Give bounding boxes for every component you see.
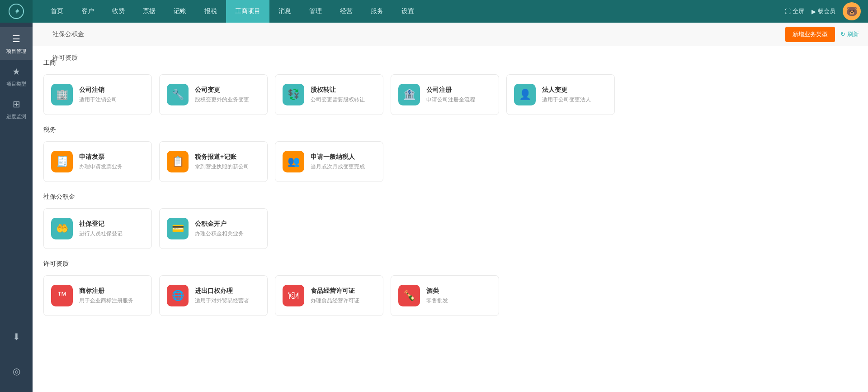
card-title: 社保登记 <box>79 220 123 228</box>
card-desc: 股权变更外的业务变更 <box>195 96 249 104</box>
sidebar-label: 项目管理 <box>6 48 26 55</box>
card-title: 食品经营许可证 <box>311 287 359 295</box>
nav-item-消息[interactable]: 消息 <box>269 0 300 23</box>
nav-item-报税[interactable]: 报税 <box>195 0 226 23</box>
cards-grid-gongshang: 🏢 公司注销 适用于注销公司 🔧 公司变更 股权变更外的业务变更 💱 股权转让 … <box>43 74 857 115</box>
card-法人变更[interactable]: 👤 法人变更 适用于公司变更法人 <box>506 74 615 115</box>
nav-item-记账[interactable]: 记账 <box>165 0 195 23</box>
card-进出口权办理[interactable]: 🌐 进出口权办理 适用于对外贸易经营者 <box>159 275 268 316</box>
sidebar-item-项目类型[interactable]: ★ 项目类型 <box>0 60 33 92</box>
card-社保登记[interactable]: 🤲 社保登记 进行人员社保登记 <box>43 208 152 249</box>
card-text: 商标注册 用于企业商标注册服务 <box>79 287 133 305</box>
fullscreen-button[interactable]: ⛶ 全屏 <box>785 7 804 15</box>
sidebar: ☰ 项目管理 ★ 项目类型 ⊞ 进度监测 ⬇ ◎ <box>0 23 33 392</box>
card-title: 进出口权办理 <box>195 287 249 295</box>
card-title: 税务报道+记账 <box>195 153 249 161</box>
sidebar-label: 项目类型 <box>6 81 26 87</box>
card-text: 公司注销 适用于注销公司 <box>79 86 117 104</box>
card-公积金开户[interactable]: 💳 公积金开户 办理公积金相关业务 <box>159 208 268 249</box>
section-title-xuke: 许可资质 <box>43 260 857 268</box>
nav-item-票据[interactable]: 票据 <box>134 0 165 23</box>
vip-button[interactable]: ▶ 畅会员 <box>811 7 835 15</box>
card-desc: 适用于公司变更法人 <box>542 96 591 104</box>
card-icon: 🧾 <box>51 151 73 172</box>
card-text: 酒类 零售批发 <box>426 287 448 305</box>
sidebar-item-进度监测[interactable]: ⊞ 进度监测 <box>0 92 33 125</box>
card-desc: 办理食品经营许可证 <box>311 297 359 305</box>
card-title: 酒类 <box>426 287 448 295</box>
card-text: 公司注册 申请公司注册全流程 <box>426 86 475 104</box>
nav-item-管理[interactable]: 管理 <box>300 0 331 23</box>
section-xuke: 许可资质 ™ 商标注册 用于企业商标注册服务 🌐 进出口权办理 适用于对外贸易经… <box>43 260 857 316</box>
card-icon: 👥 <box>283 151 304 172</box>
card-desc: 进行人员社保登记 <box>79 230 123 238</box>
card-icon: 📋 <box>167 151 189 172</box>
card-text: 股权转让 公司变更需要股权转让 <box>311 86 365 104</box>
nav-item-设置[interactable]: 设置 <box>392 0 423 23</box>
sidebar-icon: ⊞ <box>10 98 23 110</box>
card-股权转让[interactable]: 💱 股权转让 公司变更需要股权转让 <box>275 74 383 115</box>
cards-grid-shebao: 🤲 社保登记 进行人员社保登记 💳 公积金开户 办理公积金相关业务 <box>43 208 857 249</box>
card-title: 申请发票 <box>79 153 123 161</box>
scroll-content[interactable]: 工商 🏢 公司注销 适用于注销公司 🔧 公司变更 股权变更外的业务变更 💱 股权… <box>33 46 868 392</box>
new-type-button[interactable]: 新增业务类型 <box>785 27 835 42</box>
fullscreen-label: 全屏 <box>793 7 804 15</box>
vip-icon: ▶ <box>811 8 816 15</box>
card-text: 社保登记 进行人员社保登记 <box>79 220 123 238</box>
card-icon: ™ <box>51 285 73 306</box>
cards-grid-shuiwu: 🧾 申请发票 办理申请发票业务 📋 税务报道+记账 拿到营业执照的新公司 👥 申… <box>43 141 857 182</box>
card-title: 股权转让 <box>311 86 365 94</box>
sidebar-label: 进度监测 <box>6 113 26 120</box>
card-税务报道+记账[interactable]: 📋 税务报道+记账 拿到营业执照的新公司 <box>159 141 268 182</box>
card-text: 法人变更 适用于公司变更法人 <box>542 86 591 104</box>
card-text: 申请发票 办理申请发票业务 <box>79 153 123 171</box>
nav-item-工商项目[interactable]: 工商项目 <box>226 0 269 23</box>
card-title: 公司注册 <box>426 86 475 94</box>
card-title: 公司注销 <box>79 86 117 94</box>
top-navigation: ✦ 首页客户收费票据记账报税工商项目消息管理经营服务设置 ⛶ 全屏 ▶ 畅会员 … <box>0 0 868 23</box>
section-shebao: 社保公积金 🤲 社保登记 进行人员社保登记 💳 公积金开户 办理公积金相关业务 <box>43 193 857 249</box>
card-title: 商标注册 <box>79 287 133 295</box>
settings-icon: ◎ <box>10 365 23 378</box>
refresh-label: 刷新 <box>847 30 859 38</box>
nav-item-客户[interactable]: 客户 <box>72 0 103 23</box>
sidebar-item-download[interactable]: ⬇ <box>0 320 33 353</box>
nav-item-收费[interactable]: 收费 <box>103 0 134 23</box>
card-商标注册[interactable]: ™ 商标注册 用于企业商标注册服务 <box>43 275 152 316</box>
vip-label: 畅会员 <box>818 7 835 15</box>
sidebar-item-项目管理[interactable]: ☰ 项目管理 <box>0 27 33 60</box>
card-desc: 当月或次月成变更完成 <box>311 163 365 171</box>
nav-item-首页[interactable]: 首页 <box>42 0 72 23</box>
card-申请一般纳税人[interactable]: 👥 申请一般纳税人 当月或次月成变更完成 <box>275 141 383 182</box>
top-nav-menu: 首页客户收费票据记账报税工商项目消息管理经营服务设置 <box>33 0 785 23</box>
nav-item-经营[interactable]: 经营 <box>331 0 362 23</box>
section-title-gongshang: 工商 <box>43 59 857 67</box>
card-desc: 适用于对外贸易经营者 <box>195 297 249 305</box>
card-申请发票[interactable]: 🧾 申请发票 办理申请发票业务 <box>43 141 152 182</box>
card-食品经营许可证[interactable]: 🍽 食品经营许可证 办理食品经营许可证 <box>275 275 383 316</box>
card-text: 公司变更 股权变更外的业务变更 <box>195 86 249 104</box>
cards-grid-xuke: ™ 商标注册 用于企业商标注册服务 🌐 进出口权办理 适用于对外贸易经营者 🍽 … <box>43 275 857 316</box>
card-text: 申请一般纳税人 当月或次月成变更完成 <box>311 153 365 171</box>
sidebar-item-settings[interactable]: ◎ <box>0 355 33 387</box>
card-desc: 零售批发 <box>426 297 448 305</box>
nav-item-服务[interactable]: 服务 <box>362 0 392 23</box>
card-desc: 办理申请发票业务 <box>79 163 123 171</box>
section-shuiwu: 税务 🧾 申请发票 办理申请发票业务 📋 税务报道+记账 拿到营业执照的新公司 … <box>43 126 857 182</box>
card-公司注销[interactable]: 🏢 公司注销 适用于注销公司 <box>43 74 152 115</box>
card-icon: 🏢 <box>51 84 73 105</box>
card-icon: 🤲 <box>51 218 73 239</box>
tab-bar-actions: 新增业务类型 ↻ 刷新 <box>785 27 859 42</box>
fullscreen-icon: ⛶ <box>785 8 791 15</box>
refresh-button[interactable]: ↻ 刷新 <box>840 30 859 38</box>
card-desc: 公司变更需要股权转让 <box>311 96 365 104</box>
card-text: 食品经营许可证 办理食品经营许可证 <box>311 287 359 305</box>
card-title: 公积金开户 <box>195 220 244 228</box>
sidebar-icon: ☰ <box>10 33 23 45</box>
card-公司注册[interactable]: 🏦 公司注册 申请公司注册全流程 <box>391 74 499 115</box>
tab-社保公积金[interactable]: 社保公积金 <box>42 23 95 46</box>
card-title: 申请一般纳税人 <box>311 153 365 161</box>
card-公司变更[interactable]: 🔧 公司变更 股权变更外的业务变更 <box>159 74 268 115</box>
tab-bar: 工商税务社保公积金许可资质其他 新增业务类型 ↻ 刷新 <box>33 23 868 46</box>
card-酒类[interactable]: 🍾 酒类 零售批发 <box>391 275 499 316</box>
